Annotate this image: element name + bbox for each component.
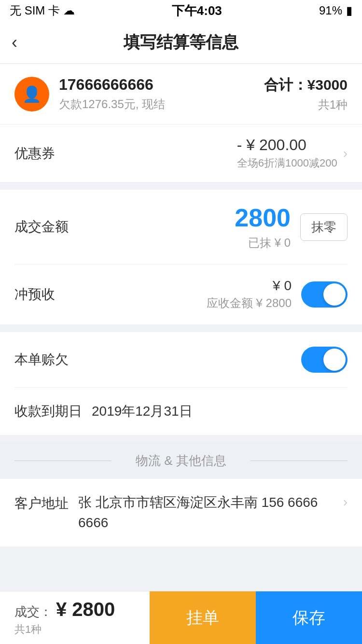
coupon-label: 优惠券 <box>14 144 55 163</box>
deal-amount-right: 2800 已抹 ¥ 0 抹零 <box>235 203 348 251</box>
page-title: 填写结算等信息 <box>124 31 238 54</box>
coupon-chevron-icon: › <box>343 146 348 161</box>
nav-bar: ‹ 填写结算等信息 <box>0 21 362 64</box>
coupon-right: - ¥ 200.00 全场6折满1000减200 › <box>237 136 348 170</box>
avatar: 👤 <box>14 77 49 112</box>
user-card: 👤 17666666666 欠款1276.35元, 现结 合计：¥3000 共1… <box>0 64 362 182</box>
arrears-toggle[interactable] <box>301 347 348 373</box>
address-value: 张 北京市市辖区海淀区永丰南 156 6666 6666 <box>78 492 343 533</box>
prepay-amount: ¥ 0 <box>207 278 292 294</box>
status-left: 无 SIM 卡 ☁ <box>10 3 75 18</box>
user-phone: 17666666666 <box>59 76 165 94</box>
bottom-deal-amount: ¥ 2800 <box>56 599 115 620</box>
prepay-toggle[interactable] <box>301 281 348 308</box>
prepay-row: 冲预收 ¥ 0 应收金额 ¥ 2800 <box>14 265 348 324</box>
address-row[interactable]: 客户地址 张 北京市市辖区海淀区永丰南 156 6666 6666 › <box>0 479 362 546</box>
address-label: 客户地址 <box>14 494 69 513</box>
round-button[interactable]: 抹零 <box>300 213 348 241</box>
arrears-label: 本单赊欠 <box>14 350 69 369</box>
status-time: 下午4:03 <box>172 2 222 19</box>
user-debt: 欠款1276.35元, 现结 <box>59 97 165 112</box>
save-button[interactable]: 保存 <box>256 591 362 644</box>
sim-text: 无 SIM 卡 ☁ <box>10 3 75 18</box>
coupon-row[interactable]: 优惠券 - ¥ 200.00 全场6折满1000减200 › <box>0 124 362 182</box>
address-section: 客户地址 张 北京市市辖区海淀区永丰南 156 6666 6666 › <box>0 479 362 546</box>
divider-line-left <box>14 461 111 461</box>
total-count: 共1种 <box>264 97 348 112</box>
status-bar: 无 SIM 卡 ☁ 下午4:03 91% ▮ <box>0 0 362 21</box>
back-button[interactable]: ‹ <box>12 32 17 53</box>
avatar-icon: 👤 <box>22 85 42 103</box>
deal-amount-label: 成交金额 <box>14 218 69 236</box>
content-area: 👤 17666666666 欠款1276.35元, 现结 合计：¥3000 共1… <box>0 64 362 612</box>
info-section: 本单赊欠 收款到期日 2019年12月31日 <box>0 332 362 435</box>
due-date-row: 收款到期日 2019年12月31日 <box>14 388 348 435</box>
total-amount: 合计：¥3000 <box>264 75 348 95</box>
user-row: 👤 17666666666 欠款1276.35元, 现结 合计：¥3000 共1… <box>0 64 362 124</box>
battery-text: 91% <box>319 4 342 17</box>
address-chevron-icon: › <box>343 494 348 510</box>
bottom-deal-count: 共1种 <box>14 622 135 637</box>
hang-button[interactable]: 挂单 <box>150 591 256 644</box>
prepay-sub: 应收金额 ¥ 2800 <box>207 295 292 311</box>
logistics-divider-text: 物流 & 其他信息 <box>136 452 226 469</box>
prepay-label: 冲预收 <box>14 285 55 304</box>
user-total: 合计：¥3000 共1种 <box>264 75 348 112</box>
due-date-label: 收款到期日 <box>14 402 82 420</box>
deal-amount-row: 成交金额 2800 已抹 ¥ 0 抹零 <box>14 190 348 265</box>
divider-line-right <box>251 461 348 461</box>
battery-icon: ▮ <box>346 4 352 17</box>
deal-amount-sub: 已抹 ¥ 0 <box>235 235 291 251</box>
deal-amount-value: 2800 <box>235 203 291 232</box>
due-date-value: 2019年12月31日 <box>92 402 193 420</box>
coupon-amount: - ¥ 200.00 <box>237 136 337 154</box>
arrears-row: 本单赊欠 <box>14 332 348 388</box>
prepay-right: ¥ 0 应收金额 ¥ 2800 <box>207 278 348 311</box>
bottom-bar: 成交： ¥ 2800 共1种 挂单 保存 <box>0 591 362 644</box>
logistics-divider: 物流 & 其他信息 <box>0 443 362 479</box>
status-right: 91% ▮ <box>319 4 352 17</box>
coupon-desc: 全场6折满1000减200 <box>237 156 337 170</box>
user-info: 17666666666 欠款1276.35元, 现结 <box>59 76 165 112</box>
bottom-total: 成交： ¥ 2800 共1种 <box>0 599 150 637</box>
deal-section: 成交金额 2800 已抹 ¥ 0 抹零 冲预收 ¥ 0 应收金额 ¥ 2800 <box>0 190 362 324</box>
bottom-deal-label: 成交： <box>14 603 52 620</box>
